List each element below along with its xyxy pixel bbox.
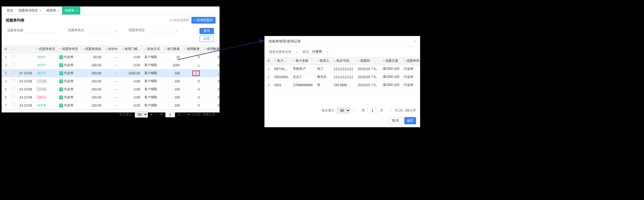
- sort-icon[interactable]: ⇅: [82, 48, 85, 50]
- discount-cell: --: [103, 101, 120, 110]
- sort-icon[interactable]: ⇅: [105, 48, 108, 50]
- per-page-select[interactable]: 50: [337, 107, 350, 114]
- first-page-icon[interactable]: ⇤: [151, 113, 153, 116]
- row-checkbox[interactable]: [12, 87, 15, 90]
- sort-icon[interactable]: ⇅: [383, 60, 385, 62]
- confirm-button[interactable]: 确定: [404, 117, 416, 124]
- issue-qty-cell: 100: [162, 69, 182, 77]
- table-row[interactable]: 5 14 23:59 已过期 代代金券 150.00 -- 0.00 客户领取 …: [2, 85, 219, 93]
- cust-no-cell: 00010001: [272, 73, 291, 81]
- sort-icon[interactable]: ⇅: [334, 60, 336, 62]
- next-page-icon[interactable]: ›: [184, 113, 185, 116]
- sort-icon[interactable]: ⇅: [317, 60, 319, 62]
- row-checkbox[interactable]: [12, 55, 15, 58]
- filter-status-select[interactable]: ⌄: [86, 28, 118, 32]
- claim-qty-cell: 0: [182, 53, 202, 61]
- threshold-cell: 0.00: [120, 61, 142, 69]
- col-face-value: 优惠券面值: [85, 47, 101, 51]
- tab-sales-order[interactable]: 销货单×: [44, 7, 62, 14]
- type-cell: 代金券: [402, 81, 420, 89]
- select-all-checkbox[interactable]: [12, 47, 15, 50]
- time-cell: 14 23:59: [17, 85, 34, 93]
- cust-no-cell: 0001: [272, 81, 291, 89]
- page-input[interactable]: [165, 112, 175, 117]
- contact-cell: 唐先生: [315, 73, 332, 81]
- first-page-icon[interactable]: ⇤: [353, 109, 355, 112]
- table-row[interactable]: 3 07 23:59 执行中 代代金券 200.00 -- 1000.00 客户…: [2, 69, 219, 77]
- row-number: 3: [265, 81, 272, 89]
- sort-icon[interactable]: ⇅: [358, 60, 360, 62]
- usage-table-wrap[interactable]: ⚙ ⇅客户... ⇅客户名称 ⇅联系人 ⇅电话号码 ⇅优惠码 ⇅优惠主题 ⇅优惠…: [265, 57, 420, 89]
- table-row[interactable]: 2 执行中 代代金券 100.00 -- 0.00 客户领取 1000 1 0 …: [2, 61, 219, 69]
- add-coupon-button[interactable]: + 新增优惠券: [191, 17, 216, 24]
- sort-icon[interactable]: ⇅: [164, 48, 166, 50]
- gear-icon[interactable]: ⚙: [267, 59, 270, 63]
- tab-coupon-detail[interactable]: 优惠券详情页×: [16, 7, 44, 14]
- tab-home[interactable]: 首页: [4, 7, 16, 14]
- filter-name-input[interactable]: [25, 28, 57, 33]
- sort-icon[interactable]: ⇅: [59, 48, 61, 50]
- close-icon[interactable]: ×: [76, 9, 78, 12]
- sort-icon[interactable]: ⇅: [404, 60, 406, 62]
- next-page-icon[interactable]: ›: [386, 109, 387, 112]
- use-qty-cell: 0: [202, 61, 219, 69]
- table-row[interactable]: 4 14 23:59 已过期 代代金券 150.00 -- 0.00 客户领取 …: [2, 77, 219, 85]
- cancel-button[interactable]: 取消: [389, 117, 402, 124]
- subject-cell: 满1000-100: [380, 81, 402, 89]
- status-badge: 已过期: [36, 79, 47, 83]
- sort-icon[interactable]: ⇅: [293, 60, 295, 62]
- row-number: 2: [265, 73, 272, 81]
- table-row[interactable]: 1 RETAIL... 零散客户 张三 11111111111 2019120 …: [265, 65, 420, 73]
- row-checkbox[interactable]: [12, 95, 15, 99]
- sort-icon[interactable]: ⇅: [144, 48, 147, 50]
- sort-icon[interactable]: ⇅: [184, 48, 186, 50]
- claim-qty-cell: 0: [182, 77, 202, 85]
- last-page-icon[interactable]: ⇥: [390, 109, 392, 112]
- status-badge: 执行中: [36, 63, 47, 67]
- table-row[interactable]: 1 待执行 代代金券 50.00 -- 0.00 客户领取 10 0 0 ↗⊞: [2, 53, 219, 61]
- search-button[interactable]: 查询: [199, 28, 214, 34]
- use-qty-link[interactable]: 1: [218, 71, 219, 75]
- page-input[interactable]: [368, 108, 377, 113]
- row-checkbox[interactable]: [12, 71, 15, 74]
- sort-icon[interactable]: ⇅: [204, 48, 206, 50]
- page-title: 优惠券列表: [6, 18, 24, 23]
- filter-type-select[interactable]: ⌄: [146, 28, 179, 32]
- prev-page-icon[interactable]: ‹: [358, 109, 359, 112]
- table-row[interactable]: 3 0001 17666666666 张 156 6666 … 2019120 …: [265, 81, 420, 89]
- tab-coupon[interactable]: 优惠券×: [62, 7, 80, 14]
- per-page-select[interactable]: 50: [135, 111, 148, 118]
- phone-cell: 11111111111: [332, 73, 355, 81]
- usage-record-modal: 优惠券领用/使用记录 × ⌕ 状态 已使用 ⚙ ⇅客户... ⇅客户名称 ⇅联系…: [264, 36, 420, 127]
- gear-icon[interactable]: ⚙: [4, 47, 8, 51]
- table-row[interactable]: 2 00010001 北京1 唐先生 11111111111 2019120 7…: [265, 73, 420, 81]
- close-icon[interactable]: ×: [58, 9, 59, 12]
- issue-coupon-link[interactable]: ⊡ 发放优惠券: [169, 18, 189, 23]
- time-cell: [17, 61, 34, 69]
- sort-icon[interactable]: ⇅: [274, 60, 276, 62]
- table-row[interactable]: 6 14 23:59 已终止 代代金券 150.00 -- 0.00 客户领取 …: [2, 93, 219, 101]
- page-unit: 页: [380, 108, 383, 113]
- last-page-icon[interactable]: ⇥: [187, 113, 190, 116]
- sort-icon[interactable]: ⇅: [36, 48, 38, 50]
- prev-page-icon[interactable]: ‹: [156, 113, 157, 116]
- left-pager: 每页显示 50 ⇤ ‹ 第 页 › ⇥ 共1页, 49条记录: [2, 110, 219, 119]
- close-icon[interactable]: ×: [414, 39, 416, 43]
- sort-icon[interactable]: ⇅: [122, 48, 124, 50]
- type-badge: 代代金券: [59, 79, 74, 83]
- settings-button[interactable]: 设置: [199, 36, 214, 42]
- row-checkbox[interactable]: [12, 63, 15, 66]
- row-checkbox[interactable]: [12, 103, 15, 107]
- search-icon[interactable]: ⌕: [296, 50, 298, 54]
- coupon-table-wrap[interactable]: ⚙ ⇅优惠券状态 ⇅优惠券类型 ⇅优惠券面值 ⇅折扣% ⇅使用门槛... ⇅发放…: [2, 45, 219, 110]
- claim-qty-link[interactable]: 1: [198, 63, 200, 67]
- state-select[interactable]: 已使用: [311, 49, 330, 55]
- row-checkbox[interactable]: [12, 79, 15, 82]
- claim-qty-link[interactable]: 3: [195, 71, 197, 75]
- use-qty-cell: 0: [202, 77, 219, 85]
- modal-title: 优惠券领用/使用记录: [268, 39, 301, 44]
- discount-cell: --: [103, 53, 120, 61]
- coupon-name-search-input[interactable]: [269, 50, 296, 54]
- close-icon[interactable]: ×: [39, 9, 41, 12]
- table-row[interactable]: 7 14 23:59 待发布 代代金券 150.00 -- 0.00 客户领取 …: [2, 101, 219, 110]
